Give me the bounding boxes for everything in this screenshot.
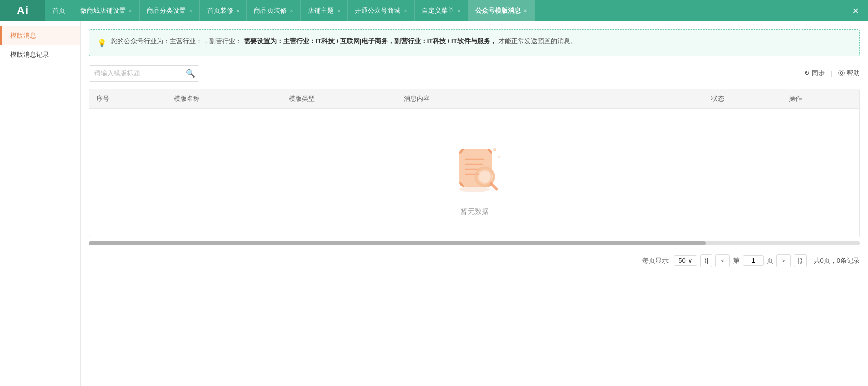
notice-box: 💡 您的公众号行业为：主营行业：，副营行业： 需要设置为：主营行业：IT科技 /… (89, 29, 860, 56)
next-page-button[interactable]: ＞ (776, 254, 791, 268)
help-icon: ⓪ (838, 69, 845, 78)
search-input[interactable] (89, 65, 199, 82)
total-label: 共0页，0条记录 (814, 256, 860, 265)
svg-point-6 (479, 171, 491, 183)
table-body: 暂无数据 (89, 108, 859, 237)
per-page-value: 50 (678, 257, 685, 264)
search-right: ↻ 同步 | ⓪ 帮助 (804, 69, 860, 78)
tab-item-8[interactable]: 公众号模版消息× (468, 0, 535, 21)
per-page-label: 每页显示 (642, 256, 669, 265)
pagination: 每页显示 50 ∨ ⟨| ＜ 第 页 ＞ |⟩ 共0页，0条记录 (89, 249, 860, 270)
top-nav: Ai 首页微商城店铺设置×商品分类设置×首页装修×商品页装修×店铺主题×开通公众… (0, 0, 868, 21)
tab-close-icon-2[interactable]: × (189, 8, 192, 14)
tab-item-5[interactable]: 店铺主题× (301, 0, 348, 21)
sidebar-item-0[interactable]: 模版消息 (0, 26, 80, 45)
empty-text: 暂无数据 (460, 207, 489, 216)
notice-text: 您的公众号行业为：主营行业：，副营行业： 需要设置为：主营行业：IT科技 / 互… (111, 36, 577, 47)
scroll-thumb[interactable] (89, 241, 706, 245)
tab-close-icon-5[interactable]: × (337, 8, 340, 14)
tab-close-icon-1[interactable]: × (129, 8, 132, 14)
divider: | (831, 69, 832, 77)
table-col-4: 状态 (704, 89, 782, 109)
data-table: 序号模版名称模版类型消息内容状态操作 (89, 89, 859, 237)
page-input[interactable] (743, 255, 764, 266)
table-col-5: 操作 (782, 89, 859, 109)
table-col-3: 消息内容 (396, 89, 705, 109)
notice-highlight: 需要设置为：主营行业：IT科技 / 互联网|电子商务，副营行业：IT科技 / I… (244, 37, 497, 45)
last-page-button[interactable]: |⟩ (794, 254, 806, 268)
per-page-select[interactable]: 50 ∨ (674, 255, 697, 266)
sync-button[interactable]: ↻ 同步 (804, 69, 825, 78)
svg-point-8 (493, 148, 496, 151)
prev-page-button[interactable]: ＜ (715, 254, 730, 268)
table-header: 序号模版名称模版类型消息内容状态操作 (89, 89, 859, 109)
empty-row: 暂无数据 (89, 108, 859, 237)
tab-close-icon-8[interactable]: × (524, 8, 527, 14)
main-content: 💡 您的公众号行业为：主营行业：，副营行业： 需要设置为：主营行业：IT科技 /… (81, 21, 868, 386)
table-col-2: 模版类型 (282, 89, 396, 109)
first-page-button[interactable]: ⟨| (700, 254, 712, 268)
tab-item-1[interactable]: 微商城店铺设置× (73, 0, 140, 21)
table-col-1: 模版名称 (167, 89, 282, 109)
search-bar: 🔍 ↻ 同步 | ⓪ 帮助 (89, 65, 860, 82)
svg-point-9 (498, 156, 500, 158)
search-button[interactable]: 🔍 (186, 69, 195, 78)
tab-close-icon-4[interactable]: × (290, 8, 293, 14)
horizontal-scrollbar[interactable] (89, 241, 860, 245)
nav-tabs: 首页微商城店铺设置×商品分类设置×首页装修×商品页装修×店铺主题×开通公众号商城… (45, 0, 848, 21)
sync-icon: ↻ (804, 69, 810, 77)
tab-item-6[interactable]: 开通公众号商城× (348, 0, 414, 21)
tab-item-4[interactable]: 商品页装修× (247, 0, 300, 21)
layout: 模版消息模版消息记录 💡 您的公众号行业为：主营行业：，副营行业： 需要设置为：… (0, 21, 868, 386)
svg-line-7 (491, 183, 497, 189)
tab-item-2[interactable]: 商品分类设置× (140, 0, 199, 21)
search-input-wrap: 🔍 (89, 65, 199, 82)
search-left: 🔍 (89, 65, 199, 82)
tab-close-icon-3[interactable]: × (236, 8, 239, 14)
empty-icon (444, 139, 505, 199)
tab-close-icon-7[interactable]: × (457, 8, 460, 14)
sidebar-item-1[interactable]: 模版消息记录 (0, 45, 80, 64)
tab-close-icon-6[interactable]: × (404, 8, 407, 14)
page-label: 第 (733, 256, 740, 265)
table-col-0: 序号 (89, 89, 167, 109)
tab-item-7[interactable]: 自定义菜单× (415, 0, 468, 21)
page-unit: 页 (767, 256, 773, 265)
svg-point-0 (459, 186, 490, 192)
tab-item-0[interactable]: 首页 (45, 0, 73, 21)
help-button[interactable]: ⓪ 帮助 (838, 69, 860, 78)
tab-item-3[interactable]: 首页装修× (200, 0, 247, 21)
close-all-button[interactable]: ✕ (848, 6, 863, 16)
empty-state: 暂无数据 (89, 109, 859, 237)
logo: Ai (0, 0, 45, 21)
sidebar: 模版消息模版消息记录 (0, 21, 81, 386)
table-header-row: 序号模版名称模版类型消息内容状态操作 (89, 89, 859, 109)
table-wrap: 序号模版名称模版类型消息内容状态操作 (89, 89, 860, 237)
chevron-down-icon: ∨ (688, 257, 693, 264)
bulb-icon: 💡 (97, 37, 107, 50)
